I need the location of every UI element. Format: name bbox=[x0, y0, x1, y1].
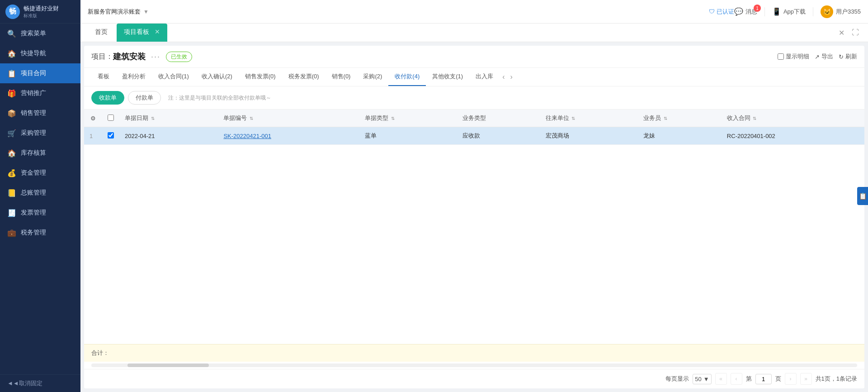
last-page-button[interactable]: » bbox=[800, 373, 812, 385]
sub-nav-tax-invoice[interactable]: 税务发票(0) bbox=[282, 68, 326, 86]
bill-number-link[interactable]: SK-20220421-001 bbox=[223, 133, 271, 139]
column-type: 单据类型 ⇅ bbox=[359, 110, 457, 127]
sort-partner-icon[interactable]: ⇅ bbox=[571, 116, 575, 121]
export-icon: ↗ bbox=[815, 53, 820, 60]
maximize-icon[interactable]: ⛶ bbox=[850, 27, 861, 39]
sort-number-icon[interactable]: ⇅ bbox=[250, 116, 253, 121]
sidebar-item-tax[interactable]: 💼 税务管理 bbox=[0, 223, 80, 243]
sidebar-item-marketing[interactable]: 🎁 营销推广 bbox=[0, 83, 80, 103]
sidebar-item-sales[interactable]: 📦 销售管理 bbox=[0, 103, 80, 123]
tabbar-actions: ✕ ⛶ bbox=[837, 27, 861, 39]
message-badge: 1 bbox=[754, 5, 761, 12]
sub-nav-profit[interactable]: 盈利分析 bbox=[116, 68, 152, 86]
page-input[interactable] bbox=[755, 374, 772, 384]
sidebar-item-shortcut[interactable]: 🏠 快捷导航 bbox=[0, 43, 80, 63]
more-options-icon[interactable]: ··· bbox=[151, 52, 160, 62]
cell-partner: 宏茂商场 bbox=[540, 127, 638, 145]
sub-nav-revenue-contract[interactable]: 收入合同(1) bbox=[152, 68, 195, 86]
tab-project-board[interactable]: 项目看板 ✕ bbox=[117, 24, 167, 42]
sub-nav-revenue-confirm[interactable]: 收入确认(2) bbox=[195, 68, 239, 86]
sub-nav-purchase[interactable]: 采购(2) bbox=[357, 68, 388, 86]
sidebar-item-finance[interactable]: 💰 资金管理 bbox=[0, 163, 80, 183]
tax-icon: 💼 bbox=[7, 228, 16, 237]
per-page-select[interactable]: 50 ▼ bbox=[693, 374, 711, 384]
project-title: 建筑安装 bbox=[113, 51, 146, 62]
contract-icon: 📋 bbox=[7, 69, 16, 78]
tab-home[interactable]: 首页 bbox=[88, 24, 115, 42]
app-download-button[interactable]: 📱 App下载 bbox=[772, 7, 806, 16]
export-button[interactable]: ↗ 导出 bbox=[815, 53, 833, 61]
sidebar-item-invoice[interactable]: 🧾 发票管理 bbox=[0, 203, 80, 223]
table-footer: 合计： bbox=[84, 344, 864, 362]
per-page-chevron-icon: ▼ bbox=[703, 376, 709, 382]
cell-type: 蓝单 bbox=[359, 127, 457, 145]
sub-nav: 看板 盈利分析 收入合同(1) 收入确认(2) 销售发票(0) 税务发票(0) … bbox=[84, 68, 864, 86]
cell-num: 1 bbox=[84, 127, 102, 145]
sort-salesman-icon[interactable]: ⇅ bbox=[664, 116, 667, 121]
divider2 bbox=[813, 7, 813, 16]
row-checkbox[interactable] bbox=[108, 132, 114, 139]
app-logo-text: 畅捷通好业财 标准版 bbox=[24, 5, 59, 19]
message-icon: 💬 bbox=[734, 7, 743, 16]
receive-bill-button[interactable]: 收款单 bbox=[91, 91, 124, 105]
column-number: 单据编号 ⇅ bbox=[218, 110, 359, 127]
tab-close-icon[interactable]: ✕ bbox=[155, 28, 160, 35]
sidebar-logo: 畅 畅捷通好业财 标准版 bbox=[0, 0, 80, 24]
sidebar-item-contract[interactable]: 📋 项目合同 bbox=[0, 63, 80, 83]
sales-icon: 📦 bbox=[7, 109, 16, 118]
sub-nav-sales[interactable]: 销售(0) bbox=[326, 68, 357, 86]
sub-nav-kanban[interactable]: 看板 bbox=[91, 68, 116, 86]
sidebar-item-search[interactable]: 🔍 搜索菜单 bbox=[0, 24, 80, 43]
sub-nav-other-income[interactable]: 其他收支(1) bbox=[426, 68, 469, 86]
search-icon: 🔍 bbox=[7, 29, 16, 38]
page-text2: 页 bbox=[775, 375, 781, 383]
purchase-icon: 🛒 bbox=[7, 129, 16, 138]
sub-sub-note: 注：这里是与项目关联的全部收付款单哦～ bbox=[168, 94, 271, 102]
column-revenue-contract: 收入合同 ⇅ bbox=[722, 110, 864, 127]
table-row: 1 2022-04-21 SK-20220421-001 蓝单 应收款 宏茂商场… bbox=[84, 127, 864, 145]
table-header-row: ⚙ 单据日期 ⇅ 单据编号 ⇅ 单据类型 bbox=[84, 110, 864, 127]
show-detail-checkbox[interactable]: 显示明细 bbox=[778, 53, 809, 61]
horizontal-scrollbar[interactable] bbox=[84, 362, 864, 369]
right-panel-button[interactable]: 📋 bbox=[857, 187, 864, 205]
sort-type-icon[interactable]: ⇅ bbox=[391, 116, 395, 121]
account-selector[interactable]: 新服务官网演示账套 ▼ bbox=[88, 8, 700, 16]
chevron-down-icon: ▼ bbox=[143, 9, 149, 15]
sub-nav-right-arrow[interactable]: › bbox=[507, 73, 515, 81]
first-page-button[interactable]: « bbox=[715, 373, 727, 385]
column-settings[interactable]: ⚙ bbox=[84, 110, 102, 127]
show-detail-input[interactable] bbox=[778, 53, 784, 60]
close-window-icon[interactable]: ✕ bbox=[837, 27, 846, 39]
refresh-icon: ↻ bbox=[839, 53, 844, 60]
user-menu[interactable]: 🐱 用户3355 bbox=[821, 5, 861, 18]
sort-date-icon[interactable]: ⇅ bbox=[151, 116, 155, 121]
table-wrap: ⚙ 单据日期 ⇅ 单据编号 ⇅ 单据类型 bbox=[84, 110, 864, 344]
refresh-button[interactable]: ↻ 刷新 bbox=[839, 53, 857, 61]
pay-bill-button[interactable]: 付款单 bbox=[128, 91, 161, 105]
cell-check bbox=[102, 127, 119, 145]
ledger-icon: 📒 bbox=[7, 188, 16, 197]
message-button[interactable]: 💬 消息 1 bbox=[734, 7, 757, 16]
sidebar-item-ledger[interactable]: 📒 总账管理 bbox=[0, 183, 80, 203]
next-page-button[interactable]: › bbox=[785, 373, 797, 385]
sidebar-item-purchase[interactable]: 🛒 采购管理 bbox=[0, 123, 80, 143]
certified-badge: 🛡 已认证 bbox=[709, 8, 734, 16]
sub-nav-in-out[interactable]: 出入库 bbox=[469, 68, 500, 86]
sub-nav-left-arrow[interactable]: ‹ bbox=[500, 73, 507, 81]
app-logo-icon: 畅 bbox=[5, 5, 20, 19]
sidebar-menu: 🔍 搜索菜单 🏠 快捷导航 📋 项目合同 🎁 营销推广 📦 销售管理 🛒 采购管… bbox=[0, 24, 80, 374]
prev-page-button[interactable]: ‹ bbox=[731, 373, 742, 385]
phone-icon: 📱 bbox=[772, 7, 781, 16]
shield-icon: 🛡 bbox=[709, 8, 715, 15]
divider bbox=[764, 7, 765, 16]
invoice-icon: 🧾 bbox=[7, 208, 16, 217]
sub-nav-receive-pay[interactable]: 收付款(4) bbox=[388, 68, 426, 86]
select-all-checkbox[interactable] bbox=[108, 115, 114, 121]
tab-bar: 首页 项目看板 ✕ ✕ ⛶ bbox=[80, 24, 868, 42]
column-partner: 往来单位 ⇅ bbox=[540, 110, 638, 127]
sort-contract-icon[interactable]: ⇅ bbox=[753, 116, 756, 121]
sub-nav-sales-invoice[interactable]: 销售发票(0) bbox=[239, 68, 282, 86]
sidebar-unpin-button[interactable]: ◄◄取消固定 bbox=[0, 374, 80, 392]
sidebar-item-inventory[interactable]: 🏠 库存核算 bbox=[0, 143, 80, 163]
finance-icon: 💰 bbox=[7, 168, 16, 177]
